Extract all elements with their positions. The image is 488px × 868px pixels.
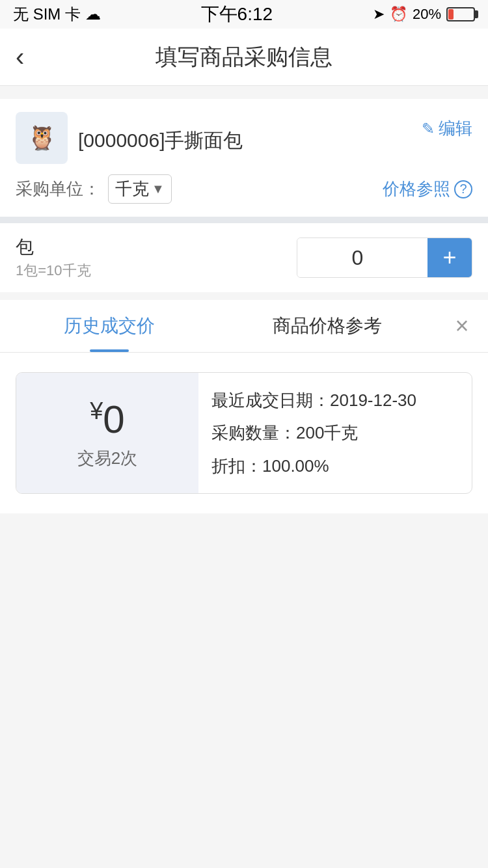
edit-icon: ✎ (422, 120, 435, 138)
product-thumbnail: 🦉 (16, 112, 68, 164)
quantity-unit-char: 包 (16, 235, 91, 260)
status-time: 下午6:12 (201, 2, 273, 27)
status-bar: 无 SIM 卡 ☁ 下午6:12 ➤ ⏰ 20% (0, 0, 488, 29)
tab-product-price-ref[interactable]: 商品价格参考 (218, 300, 436, 352)
quantity-detail-value: 200千克 (296, 423, 358, 442)
alarm-icon: ⏰ (390, 6, 407, 23)
main-background (0, 513, 488, 868)
product-info: 🦉 [0000006]手撕面包 (16, 112, 243, 164)
discount-item: 折扣：100.00% (211, 454, 459, 478)
tab-close-button[interactable]: × (436, 300, 488, 352)
quantity-input[interactable] (297, 238, 427, 277)
signal-text: 无 SIM 卡 ☁ (13, 4, 101, 25)
trade-count: 交易2次 (77, 447, 137, 470)
tab-history-price[interactable]: 历史成交价 (0, 300, 218, 352)
unit-label: 采购单位： (16, 178, 100, 200)
help-char: ? (459, 182, 467, 197)
product-header: 🦉 [0000006]手撕面包 ✎ 编辑 (16, 112, 472, 164)
date-value: 2019-12-30 (330, 390, 416, 410)
quantity-label: 采购数量： (211, 423, 296, 442)
edit-label: 编辑 (439, 117, 472, 140)
edit-button[interactable]: ✎ 编辑 (422, 112, 472, 140)
price-ref-label: 价格参照 (383, 178, 450, 200)
quantity-row: 包 1包=10千克 + (0, 223, 488, 292)
product-id: [0000006] (78, 129, 165, 151)
unit-value: 千克 (115, 178, 149, 200)
page-title: 填写商品采购信息 (156, 42, 332, 72)
currency-symbol: ¥ (90, 398, 103, 424)
quantity-plus-button[interactable]: + (427, 238, 472, 277)
battery-icon (446, 7, 475, 21)
tab-price-ref-label: 商品价格参考 (273, 314, 382, 338)
tab-bar: 历史成交价 商品价格参考 × (0, 300, 488, 353)
discount-label: 折扣： (211, 456, 262, 476)
purchase-quantity-item: 采购数量：200千克 (211, 421, 459, 444)
back-button[interactable]: ‹ (16, 42, 24, 72)
history-price-summary: ¥0 交易2次 (16, 373, 198, 493)
date-label: 最近成交日期： (211, 390, 330, 410)
history-price-details: 最近成交日期：2019-12-30 采购数量：200千克 折扣：100.00% (198, 373, 472, 493)
quantity-conversion: 1包=10千克 (16, 261, 91, 280)
tab-panel-area: 历史成交价 商品价格参考 × ¥0 交易2次 最近成交日期：2019-12-30… (0, 300, 488, 513)
chevron-down-icon: ▼ (152, 182, 165, 197)
purchase-unit-left: 采购单位： 千克 ▼ (16, 174, 172, 204)
product-card: 🦉 [0000006]手撕面包 ✎ 编辑 采购单位： 千克 ▼ 价格参照 ? (0, 99, 488, 217)
battery-percent: 20% (413, 6, 441, 23)
history-price-card: ¥0 交易2次 最近成交日期：2019-12-30 采购数量：200千克 折扣：… (16, 372, 472, 494)
nav-bar: ‹ 填写商品采购信息 (0, 29, 488, 86)
tab-history-label: 历史成交价 (64, 314, 155, 338)
product-logo-icon: 🦉 (27, 124, 57, 152)
status-left: 无 SIM 卡 ☁ (13, 4, 101, 25)
history-price-value: ¥0 (90, 397, 124, 442)
product-name: [0000006]手撕面包 (78, 122, 243, 154)
tab-content: ¥0 交易2次 最近成交日期：2019-12-30 采购数量：200千克 折扣：… (0, 353, 488, 513)
purchase-unit-row: 采购单位： 千克 ▼ 价格参照 ? (16, 174, 472, 204)
plus-icon: + (442, 244, 456, 271)
location-icon: ➤ (373, 6, 385, 23)
price-reference-button[interactable]: 价格参照 ? (383, 178, 472, 200)
price-number: 0 (103, 398, 124, 441)
help-icon: ? (454, 180, 472, 198)
quantity-control: + (297, 237, 472, 278)
close-icon: × (455, 312, 468, 340)
unit-select-dropdown[interactable]: 千克 ▼ (108, 174, 172, 204)
product-title: 手撕面包 (165, 129, 243, 151)
discount-value: 100.00% (262, 456, 329, 476)
status-right: ➤ ⏰ 20% (373, 6, 475, 23)
last-trade-date-item: 最近成交日期：2019-12-30 (211, 388, 459, 412)
section-divider (0, 217, 488, 223)
quantity-label-group: 包 1包=10千克 (16, 235, 91, 280)
